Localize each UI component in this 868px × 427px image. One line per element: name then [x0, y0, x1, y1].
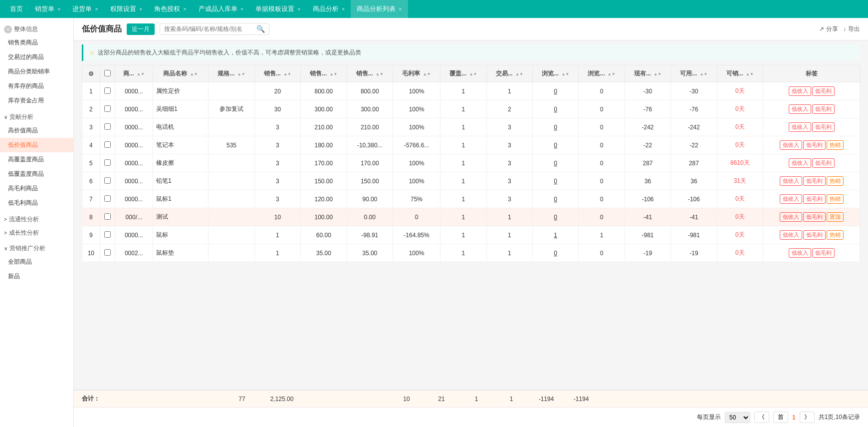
prev-page-button[interactable]: 首 [773, 412, 788, 423]
row-checkbox[interactable] [100, 190, 115, 208]
col7-link[interactable]: 0 [554, 88, 557, 95]
nav-sales[interactable]: 销货单 × [29, 0, 66, 18]
sidebar-item-high-coverage[interactable]: 高覆盖度商品 [0, 152, 73, 167]
sidebar-item-low-coverage[interactable]: 低覆盖度商品 [0, 167, 73, 181]
search-input[interactable] [164, 25, 256, 32]
th-sales2[interactable]: 销售... ▲▼ [301, 65, 347, 82]
nav-close-permission[interactable]: × [139, 6, 142, 12]
col7-link[interactable]: 0 [554, 124, 557, 131]
sidebar-item-low-value[interactable]: 低价值商品 [0, 138, 73, 152]
next-page-button[interactable]: 》 [800, 412, 815, 423]
row-select-checkbox[interactable] [104, 213, 111, 220]
row-checkbox[interactable] [100, 118, 115, 136]
sidebar-item-inventory-goods[interactable]: 有库存的商品 [0, 79, 73, 93]
col7-link[interactable]: 0 [554, 142, 557, 149]
th-saleable[interactable]: 可销... ▲▼ [717, 65, 763, 82]
search-icon[interactable]: 🔍 [256, 25, 265, 33]
date-filter-button[interactable]: 近一月 [127, 23, 155, 35]
th-sales3[interactable]: 销售... ▲▼ [347, 65, 393, 82]
nav-permission[interactable]: 权限设置 × [104, 0, 148, 18]
nav-close-purchase[interactable]: × [95, 6, 98, 12]
th-browse1[interactable]: 浏览... ▲▼ [532, 65, 578, 82]
sidebar-item-all-goods[interactable]: 全部商品 [0, 255, 73, 269]
sidebar-item-new-goods[interactable]: 新品 [0, 269, 73, 284]
sidebar-item-category-rate[interactable]: 商品分类助销率 [0, 64, 73, 79]
sidebar-group-title-growth[interactable]: 成长性分析 [9, 229, 39, 237]
th-spec[interactable]: 规格... ▲▼ [209, 65, 254, 82]
row-select-checkbox[interactable] [104, 231, 111, 238]
nav-product-analysis[interactable]: 商品分析 × [307, 0, 351, 18]
row-select-checkbox[interactable] [104, 87, 111, 94]
row-col7: 0 [532, 244, 578, 262]
col7-link[interactable]: 0 [554, 178, 557, 185]
sidebar-item-high-value[interactable]: 高价值商品 [0, 123, 73, 138]
tag: 低毛利 [803, 230, 826, 240]
th-browse2[interactable]: 浏览... ▲▼ [579, 65, 625, 82]
row-checkbox[interactable] [100, 100, 115, 118]
row-checkbox[interactable] [100, 172, 115, 190]
table-row: 3 0000... 电话机 3 210.00 210.00 100% 1 3 0… [82, 118, 860, 136]
sidebar-item-inventory-capital[interactable]: 库存资金占用 [0, 93, 73, 108]
th-coverage[interactable]: 覆盖... ▲▼ [440, 65, 486, 82]
nav-template[interactable]: 单据模板设置 × [249, 0, 306, 18]
row-code: 0000... [115, 172, 153, 190]
th-code[interactable]: 商... ▲▼ [115, 65, 153, 82]
col7-link[interactable]: 0 [554, 250, 557, 257]
col7-link[interactable]: 0 [554, 214, 557, 221]
col7-link[interactable]: 0 [554, 196, 557, 203]
nav-close-product-analysis[interactable]: × [342, 6, 345, 12]
col7-link[interactable]: 1 [554, 232, 557, 239]
nav-home[interactable]: 首页 [4, 0, 29, 18]
th-transaction[interactable]: 交易... ▲▼ [486, 65, 532, 82]
nav-product-entry[interactable]: 产成品入库单 × [193, 0, 249, 18]
col7-link[interactable]: 0 [554, 160, 557, 167]
sidebar-group-title-circulation[interactable]: 流通性分析 [9, 215, 39, 224]
row-select-checkbox[interactable] [104, 123, 111, 130]
row-checkbox[interactable] [100, 226, 115, 244]
nav-close-product-entry[interactable]: × [240, 6, 243, 12]
th-current[interactable]: 现有... ▲▼ [625, 65, 670, 82]
row-code: 0000... [115, 136, 153, 154]
row-select-checkbox[interactable] [104, 249, 111, 256]
row-checkbox[interactable] [100, 208, 115, 226]
sidebar-item-low-profit[interactable]: 低毛利商品 [0, 196, 73, 210]
row-select-checkbox[interactable] [104, 141, 111, 148]
th-name[interactable]: 商品名称 ▲▼ [153, 65, 208, 82]
total-col2: 2,125.00 [259, 396, 304, 403]
nav-close-sales[interactable]: × [57, 6, 60, 12]
row-checkbox[interactable] [100, 154, 115, 172]
row-checkbox[interactable] [100, 82, 115, 100]
row-select-checkbox[interactable] [104, 105, 111, 112]
first-page-button[interactable]: 《 [754, 412, 769, 423]
nav-close-template[interactable]: × [297, 6, 300, 12]
nav-close-product-analysis-list[interactable]: × [399, 6, 402, 12]
select-all-checkbox[interactable] [104, 70, 111, 76]
share-button[interactable]: ↗ 分享 [819, 25, 838, 33]
row-col8: 0 [579, 154, 625, 172]
nav-role[interactable]: 角色授权 × [148, 0, 192, 18]
row-select-checkbox[interactable] [104, 177, 111, 184]
col7-link[interactable]: 0 [554, 106, 557, 113]
select-all-th[interactable] [100, 65, 115, 82]
row-checkbox[interactable] [100, 244, 115, 262]
row-select-checkbox[interactable] [104, 159, 111, 166]
row-index: 7 [82, 190, 100, 208]
sidebar-item-sales-goods[interactable]: 销售类商品 [0, 35, 73, 50]
sidebar-item-traded-goods[interactable]: 交易过的商品 [0, 50, 73, 64]
th-sales1[interactable]: 销售... ▲▼ [254, 65, 300, 82]
sidebar-item-high-profit[interactable]: 高毛利商品 [0, 181, 73, 196]
row-code: 0000... [115, 226, 153, 244]
th-available[interactable]: 可用... ▲▼ [671, 65, 717, 82]
nav-purchase[interactable]: 进货单 × [66, 0, 104, 18]
per-page-select[interactable]: 50 100 [725, 412, 750, 423]
nav-product-analysis-list[interactable]: 商品分析列表 × [351, 0, 408, 18]
row-checkbox[interactable] [100, 136, 115, 154]
nav-close-role[interactable]: × [183, 6, 186, 12]
row-col10: -76 [671, 100, 717, 118]
sidebar-collapse-btn[interactable]: « [4, 25, 12, 33]
export-button[interactable]: ↓ 导出 [843, 25, 860, 33]
settings-th[interactable]: ⚙ [82, 65, 100, 82]
th-margin[interactable]: 毛利率 ▲▼ [393, 65, 440, 82]
row-select-checkbox[interactable] [104, 195, 111, 202]
tag: 低毛利 [803, 176, 826, 186]
